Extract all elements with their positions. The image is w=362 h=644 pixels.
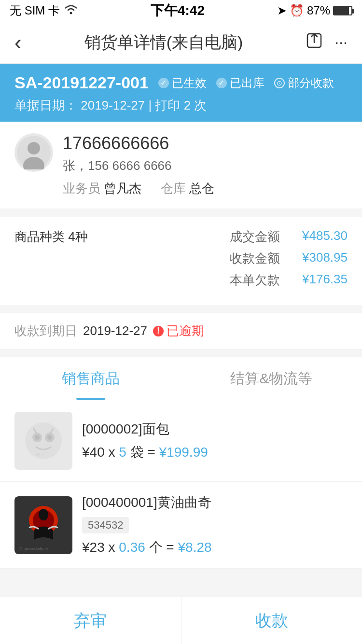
customer-section: 17666666666 张，156 6666 6666 业务员 曾凡杰 仓库 总… <box>0 122 362 209</box>
product-price-1: ¥40 x 5 袋 = ¥199.99 <box>82 443 348 462</box>
sales-info: 业务员 曾凡杰 <box>63 180 141 197</box>
overdue-icon: ! <box>153 326 164 336</box>
type-count: 4种 <box>68 229 87 244</box>
product-qty-2: 0.36 <box>119 540 145 555</box>
customer-avatar <box>14 133 53 172</box>
overdue-text: 已逾期 <box>167 322 204 339</box>
share-button[interactable] <box>306 32 323 53</box>
summary-item-1: 成交金额 ¥485.30 <box>230 228 348 245</box>
summary-value-3: ¥176.35 <box>290 272 348 289</box>
tabs-row: 销售商品 结算&物流等 <box>0 357 362 400</box>
location-icon: ➤ <box>277 4 287 17</box>
product-info-1: [0000002]面包 ¥40 x 5 袋 = ¥199.99 <box>82 420 348 462</box>
header-banner: SA-20191227-001 ✓ 已生效 ✓ 已出库 ⊙ 部分收款 单据日期：… <box>0 64 362 122</box>
summary-label-1: 成交金额 <box>230 228 280 245</box>
check-icon: ✓ <box>158 78 169 88</box>
sales-name: 曾凡杰 <box>104 181 141 196</box>
summary-value-1: ¥485.30 <box>290 228 348 245</box>
wifi-icon <box>64 4 78 17</box>
svg-text:鱼+: 鱼+ <box>36 452 44 458</box>
separator: | <box>148 98 155 112</box>
status-left: 无 SIM 卡 <box>10 3 78 18</box>
svg-point-9 <box>47 435 52 440</box>
badge-partial-payment: ⊙ 部分收款 <box>274 75 334 91</box>
overdue-badge: ! 已逾期 <box>153 322 204 339</box>
cancel-audit-button[interactable]: 弃审 <box>0 597 181 616</box>
tabs-section: 销售商品 结算&物流等 <box>0 357 362 400</box>
product-name-2: [000400001]黄油曲奇 <box>82 493 348 512</box>
battery-icon <box>333 6 352 15</box>
nav-bar: ‹ 销货单详情(来自电脑) ··· <box>0 21 362 64</box>
summary-label-3: 本单欠款 <box>230 272 280 289</box>
order-date: 2019-12-27 <box>81 98 145 112</box>
product-info-2: [000400001]黄油曲奇 534532 ¥23 x 0.36 个 = ¥8… <box>82 493 348 557</box>
product-total-1: ¥199.99 <box>159 445 208 460</box>
summary-value-2: ¥308.95 <box>290 250 348 267</box>
product-thumb-2: Diamondwhale <box>14 496 72 554</box>
print-label: 打印 <box>155 98 180 112</box>
summary-item-2: 收款金额 ¥308.95 <box>230 250 348 267</box>
badge-shipped: ✓ 已出库 <box>216 75 265 91</box>
type-label: 商品种类 <box>14 229 65 244</box>
products-list: 鱼+ [0000002]面包 ¥40 x 5 袋 = ¥199.99 <box>0 400 362 569</box>
banner-row1: SA-20191227-001 ✓ 已生效 ✓ 已出库 ⊙ 部分收款 <box>14 73 348 92</box>
customer-contact: 张，156 6666 6666 <box>63 157 348 174</box>
svg-point-0 <box>70 12 72 14</box>
customer-meta: 业务员 曾凡杰 仓库 总仓 <box>63 180 348 197</box>
clock-icon: ⊙ <box>274 78 285 88</box>
collect-payment-button[interactable]: 收款 <box>181 597 362 616</box>
tab-settlement[interactable]: 结算&物流等 <box>181 357 362 400</box>
customer-info: 17666666666 张，156 6666 6666 业务员 曾凡杰 仓库 总… <box>63 133 348 197</box>
product-price-2: ¥23 x 0.36 个 = ¥8.28 <box>82 538 348 557</box>
tab-sales[interactable]: 销售商品 <box>0 357 181 400</box>
print-suffix: 次 <box>194 98 207 112</box>
svg-point-3 <box>28 142 40 154</box>
status-bar: 无 SIM 卡 下午4:42 ➤ ⏰ 87% <box>0 0 362 21</box>
due-section: 收款到期日 2019-12-27 ! 已逾期 <box>0 313 362 350</box>
page-title: 销货单详情(来自电脑) <box>84 31 243 54</box>
svg-point-14 <box>39 509 48 520</box>
warehouse-info: 仓库 总仓 <box>161 180 214 197</box>
sales-label: 业务员 <box>63 181 100 196</box>
date-label: 单据日期： <box>14 98 77 112</box>
product-total-2: ¥8.28 <box>178 540 211 555</box>
product-name-1: [0000002]面包 <box>82 420 348 438</box>
badge-activated: ✓ 已生效 <box>158 75 207 91</box>
alarm-icon: ⏰ <box>290 4 304 17</box>
carrier-text: 无 SIM 卡 <box>10 3 60 18</box>
product-item-1: 鱼+ [0000002]面包 ¥40 x 5 袋 = ¥199.99 <box>0 400 362 482</box>
customer-name: 17666666666 <box>63 133 348 154</box>
check-icon-2: ✓ <box>216 78 227 88</box>
battery-text: 87% <box>307 4 330 17</box>
bottom-bar: 弃审 收款 <box>0 597 362 616</box>
status-time: 下午4:42 <box>151 1 205 20</box>
warehouse-label: 仓库 <box>161 181 186 196</box>
banner-row2: 单据日期： 2019-12-27 | 打印 2 次 <box>14 97 348 114</box>
due-date: 2019-12-27 <box>83 323 147 338</box>
summary-right: 成交金额 ¥485.30 收款金额 ¥308.95 本单欠款 ¥176.35 <box>230 228 348 294</box>
order-id: SA-20191227-001 <box>14 73 149 92</box>
product-sku-tag: 534532 <box>82 517 129 533</box>
summary-item-3: 本单欠款 ¥176.35 <box>230 272 348 289</box>
warehouse-name: 总仓 <box>189 181 214 196</box>
summary-left: 商品种类 4种 <box>14 228 88 245</box>
status-right: ➤ ⏰ 87% <box>277 4 352 17</box>
print-count-value: 2 <box>184 98 191 112</box>
more-button[interactable]: ··· <box>334 33 348 51</box>
summary-label-2: 收款金额 <box>230 250 280 267</box>
summary-section: 商品种类 4种 成交金额 ¥485.30 收款金额 ¥308.95 本单欠款 ¥… <box>0 217 362 305</box>
nav-actions: ··· <box>306 32 348 53</box>
product-thumb-1: 鱼+ <box>14 412 72 470</box>
svg-point-8 <box>35 435 40 440</box>
due-label: 收款到期日 <box>14 322 77 339</box>
back-button[interactable]: ‹ <box>14 30 22 55</box>
svg-text:Diamondwhale: Diamondwhale <box>19 546 48 551</box>
product-qty-1: 5 <box>119 445 126 460</box>
product-item-2: Diamondwhale [000400001]黄油曲奇 534532 ¥23 … <box>0 482 362 569</box>
